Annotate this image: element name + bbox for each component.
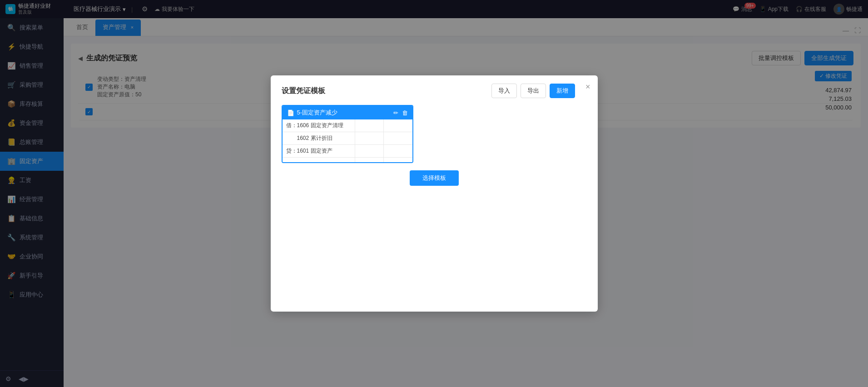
template-card-actions: ✏ 🗑 <box>393 109 408 116</box>
template-account-1: 借：1606 固定资产清理 <box>283 119 355 132</box>
template-debit-3 <box>355 145 384 157</box>
export-btn[interactable]: 导出 <box>521 84 546 98</box>
template-credit-2 <box>384 132 412 144</box>
template-card-header-left: 📄 5-固定资产减少 <box>287 109 338 117</box>
template-account-3: 贷：1601 固定资产 <box>283 145 355 157</box>
select-template-btn[interactable]: 选择模板 <box>410 170 459 186</box>
template-title: 5-固定资产减少 <box>297 109 338 117</box>
template-edit-icon[interactable]: ✏ <box>393 109 398 116</box>
template-delete-icon[interactable]: 🗑 <box>402 109 408 116</box>
template-card-header: 📄 5-固定资产减少 ✏ 🗑 <box>283 106 412 119</box>
template-debit-4 <box>355 158 384 162</box>
template-card: 📄 5-固定资产减少 ✏ 🗑 借：1606 固定资产清理 <box>282 105 413 163</box>
template-account-4 <box>283 158 355 162</box>
page-content: ◀ 生成的凭证预览 批量调控模板 全部生成凭证 ✓ 变动类型：资产清理 资产名 <box>64 36 868 387</box>
modal-close-btn[interactable]: × <box>585 83 590 91</box>
template-row-3: 贷：1601 固定资产 <box>283 145 412 158</box>
template-debit-2 <box>355 132 384 144</box>
template-credit-1 <box>384 119 412 132</box>
template-card-body: 借：1606 固定资产清理 1602 累计折旧 贷：1601 固定资产 <box>283 119 412 162</box>
template-row-2: 1602 累计折旧 <box>283 132 412 145</box>
template-account-2: 1602 累计折旧 <box>283 132 355 144</box>
import-btn[interactable]: 导入 <box>491 84 517 98</box>
template-row-4 <box>283 158 412 162</box>
new-template-btn[interactable]: 新增 <box>550 84 575 98</box>
template-doc-icon: 📄 <box>287 109 294 116</box>
modal-dialog: 设置凭证模板 × 导入 导出 新增 📄 5-固定资产减少 <box>271 75 598 312</box>
template-row-1: 借：1606 固定资产清理 <box>283 119 412 132</box>
modal-toolbar: 导入 导出 新增 <box>491 84 575 98</box>
content-area: 首页 资产管理 × — ⛶ ◀ 生成的凭证预览 批 <box>64 18 868 387</box>
modal-backdrop: 设置凭证模板 × 导入 导出 新增 📄 5-固定资产减少 <box>64 36 868 387</box>
template-credit-3 <box>384 145 412 157</box>
template-credit-4 <box>384 158 412 162</box>
main-layout: 🔍 搜索菜单 ⚡ 快捷导航 📈 销售管理 🛒 采购管理 📦 库存核算 💰 资金管… <box>0 18 868 387</box>
template-debit-1 <box>355 119 384 132</box>
